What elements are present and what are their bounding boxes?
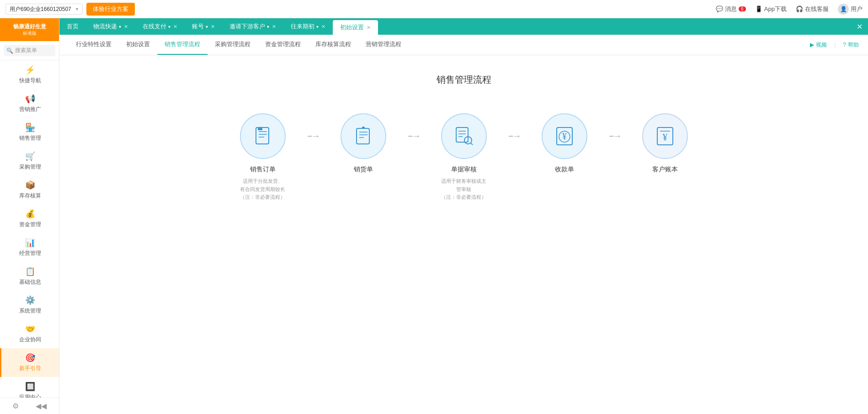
sidebar-item-inventory[interactable]: 📦 库存核算 <box>0 175 59 204</box>
flow-content: 销售管理流程 销售订单 <box>59 55 868 414</box>
video-action[interactable]: ▶ 视频 <box>810 41 827 49</box>
message-item[interactable]: 💬 消息 6 <box>716 5 746 13</box>
sidebar-items: ⚡ 快捷导航 📢 营销推广 🏪 销售管理 🛒 采购管理 📦 库存核算 💰 <box>0 60 59 398</box>
sidebar-search-inner[interactable]: 🔍 搜索菜单 <box>4 45 55 56</box>
sub-tab-finance-flow[interactable]: 资金管理流程 <box>258 35 308 55</box>
tab-invite-customers-close[interactable]: ✕ <box>272 24 276 30</box>
sales-invoice-name: 销货单 <box>354 165 373 174</box>
action-divider: | <box>834 42 836 48</box>
tab-home-label: 首页 <box>67 22 79 31</box>
tab-account-close[interactable]: ✕ <box>211 24 215 30</box>
sidebar-item-app-center[interactable]: 🔲 应用中心 <box>0 377 59 398</box>
flow-circle-sales-order[interactable] <box>240 113 286 159</box>
sidebar-item-operations-mgmt[interactable]: 📊 经营管理 <box>0 233 59 262</box>
logo-line1: 畅康通好生意 <box>13 23 46 31</box>
sub-tab-purchase-flow[interactable]: 采购管理流程 <box>208 35 258 55</box>
svg-rect-5 <box>357 128 369 144</box>
sidebar-item-new-guide[interactable]: 🎯 新手引导 <box>0 348 59 377</box>
nav-tabs-close-all[interactable]: ✕ <box>857 22 868 31</box>
sub-tab-purchase-flow-label: 采购管理流程 <box>215 41 250 48</box>
sub-tab-finance-flow-label: 资金管理流程 <box>265 41 301 48</box>
sidebar-item-finance-mgmt[interactable]: 💰 资金管理 <box>0 204 59 233</box>
trial-btn[interactable]: 体验行业方案 <box>86 3 135 16</box>
tab-initial-settings-close[interactable]: ✕ <box>367 25 371 31</box>
flow-arrow-1: - - → <box>299 113 327 141</box>
help-label: 帮助 <box>848 41 859 49</box>
video-label: 视频 <box>816 41 827 49</box>
quick-nav-icon: ⚡ <box>25 65 35 75</box>
tab-initial-settings[interactable]: 初始设置 ✕ <box>333 20 378 35</box>
customer-ledger-name: 客户账本 <box>652 165 678 174</box>
sidebar-item-label: 资金管理 <box>19 221 41 228</box>
tab-invite-customers[interactable]: 邀请下游客户 ▾ ✕ <box>222 18 283 35</box>
sidebar-item-label: 采购管理 <box>19 163 41 171</box>
user-item[interactable]: 👤 用户 <box>838 4 863 15</box>
logo-area: 畅康通好生意 标准版 <box>0 18 59 41</box>
flow-circle-receipt[interactable]: ¥ <box>542 113 587 159</box>
flow-circle-sales-invoice[interactable] <box>341 113 386 159</box>
purchase-mgmt-icon: 🛒 <box>25 151 35 161</box>
sub-tab-industry[interactable]: 行业特性设置 <box>69 35 119 55</box>
user-select-wrap[interactable]: 用户690企业1660120507 <box>5 4 83 15</box>
tab-logistics-close[interactable]: ✕ <box>124 24 128 30</box>
flow-step-sales-order: 销售订单 适用于分批发货、有合同发货周期较长（注：非必要流程） <box>226 113 299 202</box>
sub-tab-sales-flow[interactable]: 销售管理流程 <box>157 35 208 55</box>
svg-text:¥: ¥ <box>662 131 667 143</box>
tab-account-label: 账号 <box>192 22 204 31</box>
sidebar-item-basic-info[interactable]: 📋 基础信息 <box>0 262 59 291</box>
doc-audit-name: 单据审核 <box>451 165 477 174</box>
sub-tab-inventory-flow-label: 库存核算流程 <box>315 41 351 48</box>
tab-opening-balance-close[interactable]: ✕ <box>321 24 325 30</box>
arrow-4-icon: - - → <box>609 131 620 141</box>
online-service-item[interactable]: 🎧 在线客服 <box>796 5 829 13</box>
collapse-icon[interactable]: ◀◀ <box>36 402 47 410</box>
online-service-label: 在线客服 <box>805 5 829 13</box>
sidebar-item-quick-nav[interactable]: ⚡ 快捷导航 <box>0 60 59 89</box>
user-select[interactable]: 用户690企业1660120507 <box>5 4 83 15</box>
tab-opening-balance-arrow: ▾ <box>316 24 319 29</box>
tab-account[interactable]: 账号 ▾ ✕ <box>185 18 222 35</box>
marketing-promo-icon: 📢 <box>25 94 35 104</box>
tab-logistics-label: 物流快递 <box>93 22 117 31</box>
operations-mgmt-icon: 📊 <box>25 238 35 248</box>
sidebar-item-marketing-promo[interactable]: 📢 营销推广 <box>0 89 59 118</box>
top-bar-left: 用户690企业1660120507 体验行业方案 <box>5 3 135 16</box>
system-mgmt-icon: ⚙️ <box>25 295 35 305</box>
tab-payment-label: 在线支付 <box>143 22 166 31</box>
search-icon: 🔍 <box>6 48 13 54</box>
flow-step-doc-audit: 单据审核 适用于财务审核或主管审核（注：非必要流程） <box>427 113 501 202</box>
tab-account-arrow: ▾ <box>206 24 208 29</box>
app-center-icon: 🔲 <box>25 382 35 392</box>
sidebar-item-label: 库存核算 <box>19 192 41 200</box>
tab-opening-balance[interactable]: 往来期初 ▾ ✕ <box>283 18 333 35</box>
help-action[interactable]: ? 帮助 <box>843 41 859 49</box>
message-badge: 6 <box>739 6 746 11</box>
sidebar-bottom: ⚙ ◀◀ <box>0 398 59 414</box>
service-icon: 🎧 <box>796 5 803 12</box>
sub-tabs: 行业特性设置 初始设置 销售管理流程 采购管理流程 资金管理流程 库存核算流程 <box>59 35 868 55</box>
tab-home[interactable]: 首页 <box>59 18 86 35</box>
flow-circle-customer-ledger[interactable]: ¥ <box>642 113 688 159</box>
sidebar-search[interactable]: 🔍 搜索菜单 <box>0 41 59 60</box>
receipt-icon: ¥ <box>553 125 576 148</box>
tab-payment-close[interactable]: ✕ <box>173 24 177 30</box>
layout: 畅康通好生意 标准版 🔍 搜索菜单 ⚡ 快捷导航 📢 营销推广 🏪 销售管理 <box>0 18 868 414</box>
sidebar-item-sales-mgmt[interactable]: 🏪 销售管理 <box>0 118 59 147</box>
tab-logistics[interactable]: 物流快递 ▾ ✕ <box>86 18 135 35</box>
sub-tab-initial-label: 初始设置 <box>126 41 150 48</box>
flow-circle-doc-audit[interactable] <box>441 113 487 159</box>
settings-bottom-icon[interactable]: ⚙ <box>12 402 19 410</box>
customer-ledger-icon: ¥ <box>654 125 676 148</box>
help-icon: ? <box>843 42 846 48</box>
content-area: 行业特性设置 初始设置 销售管理流程 采购管理流程 资金管理流程 库存核算流程 <box>59 35 868 414</box>
sidebar-item-enterprise-collab[interactable]: 🤝 企业协同 <box>0 319 59 348</box>
sidebar-item-system-mgmt[interactable]: ⚙️ 系统管理 <box>0 291 59 319</box>
svg-line-14 <box>471 143 473 145</box>
sub-tab-initial[interactable]: 初始设置 <box>119 35 157 55</box>
app-download-item[interactable]: 📱 App下载 <box>755 5 787 13</box>
tab-invite-customers-arrow: ▾ <box>267 24 269 29</box>
tab-payment[interactable]: 在线支付 ▾ ✕ <box>135 18 185 35</box>
sub-tab-marketing-flow[interactable]: 营销管理流程 <box>358 35 409 55</box>
sidebar-item-purchase-mgmt[interactable]: 🛒 采购管理 <box>0 147 59 175</box>
sub-tab-inventory-flow[interactable]: 库存核算流程 <box>308 35 358 55</box>
